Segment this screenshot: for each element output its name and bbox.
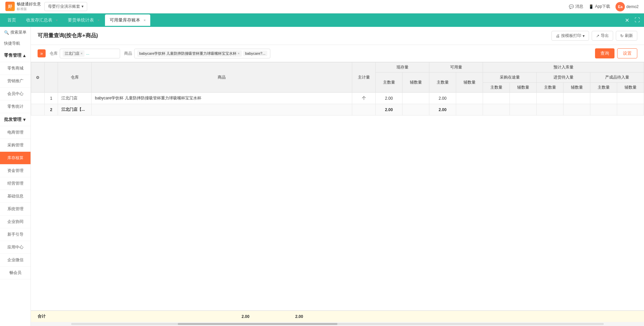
sidebar-item-inventory[interactable]: 库存核算 xyxy=(0,152,31,165)
sidebar-item-ecommerce[interactable]: 电商管理 xyxy=(0,126,31,139)
cell-product: babycare学饮杯 儿童防摔防撞吸管杯重力球吸嘴杯宝宝水杯 xyxy=(92,93,352,104)
table-container: ⚙ 仓库 商品 主计量 现存量 可用量 预计入库量 主数量 辅数量 主数量 辅数… xyxy=(31,62,644,310)
sidebar-item-system[interactable]: 系统管理 xyxy=(0,203,31,216)
data-table: ⚙ 仓库 商品 主计量 现存量 可用量 预计入库量 主数量 辅数量 主数量 辅数… xyxy=(31,62,644,115)
chevron-icon: ▲ xyxy=(22,53,26,58)
sidebar-item-retail[interactable]: 零售管理 ▲ xyxy=(0,49,31,62)
cell-available-main: 2.00 xyxy=(429,93,456,104)
page-header: 可用量查询(按仓库+商品) 🖨 按模板打印 ▾ ↗ 导出 ↻ 刷新 xyxy=(31,27,644,45)
nav-tabs: 首页 收发存汇总表 × 要货单统计表 × 可用量库存账本 × ✕ ⛶ xyxy=(0,13,644,27)
avatar: Ea xyxy=(615,2,625,11)
cell-unit: 个 xyxy=(352,93,376,104)
query-button[interactable]: 查询 xyxy=(595,48,614,58)
top-bar-left: 好 畅捷通好生意 标准版 母婴行业演示账套 ▾ xyxy=(5,2,87,11)
table-footer: 合计 2.00 2.00 xyxy=(31,310,644,322)
cell-production-main-2 xyxy=(590,104,617,115)
scrollbar-thumb[interactable] xyxy=(178,323,337,325)
sidebar-item-retail-shop[interactable]: 零售商城 xyxy=(0,62,31,75)
sidebar-item-appstore[interactable]: 应用中心 xyxy=(0,241,31,254)
warehouse-input[interactable]: 江北门店 × ... xyxy=(60,49,120,58)
main-layout: 🔍 搜索菜单 快捷导航 零售管理 ▲ 零售商城 营销推广 会员中心 零售统计 批… xyxy=(0,27,644,326)
scrollbar-track xyxy=(71,323,604,325)
warehouse-tag-remove[interactable]: × xyxy=(80,51,83,55)
sidebar-quick-nav[interactable]: 快捷导航 xyxy=(0,38,31,49)
sidebar-item-newbie[interactable]: 新手引导 xyxy=(0,228,31,241)
tab-order[interactable]: 要货单统计表 × xyxy=(63,14,104,26)
export-icon: ↗ xyxy=(596,34,599,38)
logo-area: 好 畅捷通好生意 标准版 xyxy=(5,2,41,11)
logo-icon: 好 xyxy=(5,2,15,11)
message-button[interactable]: 💬 消息 xyxy=(569,4,583,9)
sidebar-search[interactable]: 🔍 搜索菜单 xyxy=(0,27,31,38)
cell-production-aux xyxy=(617,93,644,104)
cell-purchase-main xyxy=(483,93,510,104)
top-bar: 好 畅捷通好生意 标准版 母婴行业演示账套 ▾ 💬 消息 📱 App下载 Ea … xyxy=(0,0,644,13)
filter-actions: 查询 设置 xyxy=(595,48,637,58)
cell-purchase-aux-2 xyxy=(510,104,537,115)
sidebar-item-purchase[interactable]: 采购管理 xyxy=(0,139,31,152)
tab-receive-close[interactable]: × xyxy=(56,18,58,22)
warehouse-more[interactable]: ... xyxy=(86,51,89,56)
footer-available-main: 2.00 xyxy=(286,314,313,319)
refresh-button[interactable]: ↻ 刷新 xyxy=(616,31,637,41)
cell-warehouse: 江北门店 xyxy=(58,93,92,104)
sidebar-item-basic[interactable]: 基础信息 xyxy=(0,190,31,203)
cell-num: 1 xyxy=(45,93,58,104)
table-row: 2 江北门店【... 2.00 2.00 xyxy=(31,104,644,115)
cell-available-aux-2 xyxy=(456,104,483,115)
sidebar-item-weixin[interactable]: 企业微信 xyxy=(0,254,31,267)
product-input[interactable]: babycare学饮杯 儿童防摔防撞吸管杯重力球吸嘴杯宝宝水杯 × babyca… xyxy=(134,49,270,58)
cell-unit-2 xyxy=(352,104,376,115)
cell-available-main-2: 2.00 xyxy=(429,104,456,115)
tab-stock-close[interactable]: × xyxy=(144,18,146,22)
sidebar-item-finance[interactable]: 资金管理 xyxy=(0,165,31,177)
cell-settings xyxy=(31,93,45,104)
sidebar-item-operation[interactable]: 经营管理 xyxy=(0,177,31,190)
print-button[interactable]: 🖨 按模板打印 ▾ xyxy=(551,31,589,41)
product-tag1: babycare学饮杯 儿童防摔防撞吸管杯重力球吸嘴杯宝宝水杯 × xyxy=(137,50,242,57)
user-menu[interactable]: Ea demo2 xyxy=(615,2,639,11)
sidebar-item-vip[interactable]: 畅会员 xyxy=(0,267,31,279)
scrollbar-area xyxy=(31,322,644,326)
chevron-down-icon: ▾ xyxy=(82,4,84,9)
sidebar-item-marketing[interactable]: 营销推广 xyxy=(0,75,31,88)
industry-selector[interactable]: 母婴行业演示账套 ▾ xyxy=(44,2,87,11)
cell-incoming-main xyxy=(537,93,564,104)
filter-bar: » 仓库 江北门店 × ... 商品 babycare学饮杯 儿童防摔防撞吸管杯… xyxy=(31,45,644,62)
sidebar-item-retail-stat[interactable]: 零售统计 xyxy=(0,100,31,113)
search-icon: 🔍 xyxy=(4,30,9,35)
app-download-button[interactable]: 📱 App下载 xyxy=(589,4,610,9)
cell-incoming-aux xyxy=(564,93,590,104)
sidebar-item-wholesale[interactable]: 批发管理 ▼ xyxy=(0,113,31,126)
cell-num-2: 2 xyxy=(45,104,58,115)
sidebar-item-enterprise[interactable]: 企业协同 xyxy=(0,216,31,228)
print-chevron-icon: ▾ xyxy=(583,34,585,38)
nav-close-btn[interactable]: ✕ xyxy=(624,16,631,25)
cell-production-main xyxy=(590,93,617,104)
tab-home[interactable]: 首页 xyxy=(3,14,21,26)
tab-receive[interactable]: 收发存汇总表 × xyxy=(21,14,62,26)
cell-incoming-main-2 xyxy=(537,104,564,115)
message-icon: 💬 xyxy=(569,4,574,9)
footer-current-main: 2.00 xyxy=(232,314,259,319)
content-area: 可用量查询(按仓库+商品) 🖨 按模板打印 ▾ ↗ 导出 ↻ 刷新 » xyxy=(31,27,644,326)
print-icon: 🖨 xyxy=(556,34,560,38)
export-button[interactable]: ↗ 导出 xyxy=(592,31,613,41)
filter-product-group: 商品 babycare学饮杯 儿童防摔防撞吸管杯重力球吸嘴杯宝宝水杯 × bab… xyxy=(124,49,270,58)
product-tag1-remove[interactable]: × xyxy=(237,51,239,55)
tab-order-close[interactable]: × xyxy=(97,18,99,22)
cell-settings-2 xyxy=(31,104,45,115)
table-row: 1 江北门店 babycare学饮杯 儿童防摔防撞吸管杯重力球吸嘴杯宝宝水杯 个… xyxy=(31,93,644,104)
filter-expand-button[interactable]: » xyxy=(38,49,46,57)
refresh-icon: ↻ xyxy=(620,34,624,38)
nav-expand-btn[interactable]: ⛶ xyxy=(633,16,641,25)
cell-incoming-aux-2 xyxy=(564,104,590,115)
sidebar-item-member[interactable]: 会员中心 xyxy=(0,88,31,100)
tab-stock[interactable]: 可用量库存账本 × xyxy=(105,14,150,26)
cell-current-main: 2.00 xyxy=(376,93,402,104)
cell-purchase-main-2 xyxy=(483,104,510,115)
setting-button[interactable]: 设置 xyxy=(617,48,637,58)
cell-warehouse-2: 江北门店【... xyxy=(58,104,92,115)
footer-label: 合计 xyxy=(38,314,232,319)
download-icon: 📱 xyxy=(589,4,594,9)
